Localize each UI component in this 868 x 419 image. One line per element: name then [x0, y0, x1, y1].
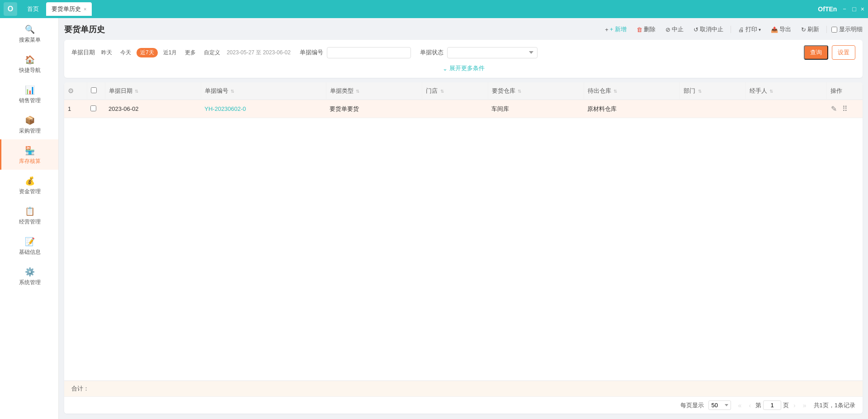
th-req-warehouse: 要货仓库 ⇅ — [488, 82, 584, 100]
show-detail-checkbox[interactable] — [831, 27, 837, 33]
table-header-row: ⚙ 单据日期 ⇅ 单据编号 ⇅ — [64, 82, 863, 100]
tab-active[interactable]: 要货单历史 × — [46, 2, 92, 16]
summary-row: 合计： — [64, 381, 863, 396]
row-checkbox[interactable] — [90, 105, 96, 111]
action-icons: ✎ ⠿ — [830, 104, 859, 114]
sort-icon: ⇅ — [356, 89, 359, 94]
sales-icon: 📊 — [25, 85, 35, 95]
page-input[interactable] — [763, 400, 781, 410]
toolbar-divider-2 — [826, 26, 827, 33]
sort-icon: ⇅ — [231, 89, 234, 94]
page-size-select[interactable]: 10 20 50 100 — [708, 400, 731, 410]
sidebar-item-operation[interactable]: 📋 经营管理 — [0, 200, 58, 230]
th-type: 单据类型 ⇅ — [326, 82, 422, 100]
sort-icon: ⇅ — [518, 89, 521, 94]
sort-icon: ⇅ — [135, 89, 138, 94]
table-wrapper[interactable]: ⚙ 单据日期 ⇅ 单据编号 ⇅ — [64, 82, 863, 381]
td-handler — [745, 100, 826, 118]
sidebar-item-finance[interactable]: 💰 资金管理 — [0, 170, 58, 200]
pagination-row: 每页显示 10 20 50 100 « ‹ 第 页 › » 共1页，1条记录 — [64, 396, 863, 414]
page-header: 要货单历史 + + 新增 🗑 删除 ⊘ 中止 ↺ 取消中止 — [64, 24, 863, 35]
minimize-icon[interactable]: － — [841, 5, 848, 13]
td-checkbox — [87, 100, 105, 118]
sidebar-item-label: 快捷导航 — [19, 67, 41, 74]
show-detail-checkbox-label[interactable]: 显示明细 — [831, 25, 863, 33]
toolbar: + + 新增 🗑 删除 ⊘ 中止 ↺ 取消中止 🖨 打 — [602, 24, 863, 35]
th-settings: ⚙ — [64, 82, 87, 100]
cancel-stop-button[interactable]: ↺ 取消中止 — [691, 24, 726, 35]
data-table: ⚙ 单据日期 ⇅ 单据编号 ⇅ — [64, 82, 863, 118]
inventory-icon: 🏪 — [25, 146, 35, 156]
status-select[interactable] — [447, 47, 538, 58]
sidebar-item-purchase[interactable]: 📦 采购管理 — [0, 109, 58, 139]
sort-icon: ⇅ — [440, 89, 444, 94]
query-button[interactable]: 查询 — [804, 45, 828, 60]
refresh-button[interactable]: ↻ 刷新 — [798, 24, 822, 35]
td-type: 要货单要货 — [326, 100, 422, 118]
date-today[interactable]: 今天 — [118, 48, 134, 57]
first-page-button[interactable]: « — [736, 401, 745, 410]
new-icon: + — [605, 26, 609, 33]
order-no-link[interactable]: YH-20230602-0 — [204, 105, 246, 112]
stop-button[interactable]: ⊘ 中止 — [663, 24, 686, 35]
date-more[interactable]: 更多 — [182, 48, 198, 57]
next-page-button[interactable]: › — [791, 401, 798, 410]
brand-text: OfTEn — [818, 5, 837, 13]
sidebar-item-system[interactable]: ⚙️ 系统管理 — [0, 261, 58, 291]
page-title: 要货单历史 — [64, 24, 105, 35]
th-dept: 部门 ⇅ — [680, 82, 745, 100]
select-all-checkbox[interactable] — [91, 87, 97, 93]
content-area: 要货单历史 + + 新增 🗑 删除 ⊘ 中止 ↺ 取消中止 — [59, 18, 868, 419]
table-row: 1 2023-06-02 YH-20230602-0 要货单要货 车间库 — [64, 100, 863, 118]
sidebar-item-label: 采购管理 — [19, 127, 41, 135]
sidebar-item-search[interactable]: 🔍 搜索菜单 — [0, 18, 58, 48]
settings-gear-icon[interactable]: ⚙ — [68, 87, 74, 95]
order-no-input[interactable] — [327, 47, 411, 58]
tab-home[interactable]: 首页 — [22, 2, 44, 16]
main-layout: 🔍 搜索菜单 🏠 快捷导航 📊 销售管理 📦 采购管理 🏪 库存核算 💰 资金管… — [0, 18, 868, 419]
td-store — [422, 100, 488, 118]
sort-icon: ⇅ — [698, 89, 702, 94]
toolbar-divider — [731, 26, 731, 33]
date-custom[interactable]: 自定义 — [201, 48, 223, 57]
refresh-icon: ↻ — [801, 26, 806, 33]
finance-icon: 💰 — [25, 176, 35, 186]
expand-icon: ⌄ — [443, 65, 448, 72]
th-handler: 经手人 ⇅ — [745, 82, 826, 100]
th-action: 操作 — [826, 82, 863, 100]
edit-icon[interactable]: ✎ — [830, 104, 838, 114]
window-close-icon[interactable]: × — [861, 5, 864, 13]
filter-row-1: 单据日期 昨天 今天 近7天 近1月 更多 自定义 2023-05-27 至 2… — [71, 45, 855, 60]
print-dropdown-icon: ▾ — [759, 27, 761, 32]
export-button[interactable]: 📤 导出 — [768, 24, 794, 35]
maximize-icon[interactable]: □ — [852, 5, 856, 13]
delete-icon: 🗑 — [637, 26, 642, 33]
settings-button[interactable]: 设置 — [832, 45, 855, 60]
delete-button[interactable]: 🗑 删除 — [634, 24, 658, 35]
prev-page-button[interactable]: ‹ — [746, 401, 754, 410]
tab-close-icon[interactable]: × — [84, 6, 86, 12]
th-no: 单据编号 ⇅ — [201, 82, 326, 100]
sort-icon: ⇅ — [613, 89, 617, 94]
expand-more-button[interactable]: ⌄ 展开更多条件 — [443, 64, 485, 72]
app-logo: O — [4, 2, 17, 16]
sidebar-item-inventory[interactable]: 🏪 库存核算 — [0, 139, 58, 170]
system-icon: ⚙️ — [25, 267, 35, 277]
date-1month[interactable]: 近1月 — [160, 48, 180, 57]
page-nav: « ‹ 第 页 › » — [736, 400, 809, 410]
date-yesterday[interactable]: 昨天 — [99, 48, 115, 57]
sidebar-item-sales[interactable]: 📊 销售管理 — [0, 79, 58, 109]
filter-card: 单据日期 昨天 今天 近7天 近1月 更多 自定义 2023-05-27 至 2… — [64, 40, 863, 78]
print-button[interactable]: 🖨 打印 ▾ — [736, 24, 764, 35]
more-icon[interactable]: ⠿ — [841, 104, 849, 114]
sidebar-item-quick-nav[interactable]: 🏠 快捷导航 — [0, 48, 58, 79]
top-bar: O 首页 要货单历史 × OfTEn － □ × — [0, 0, 868, 18]
last-page-button[interactable]: » — [800, 401, 809, 410]
date-7days[interactable]: 近7天 — [137, 48, 158, 57]
search-icon: 🔍 — [25, 24, 35, 34]
new-button[interactable]: + + 新增 — [602, 24, 629, 35]
sidebar-item-basic[interactable]: 📝 基础信息 — [0, 230, 58, 261]
th-store: 门店 ⇅ — [422, 82, 488, 100]
sidebar-item-label: 库存核算 — [19, 157, 41, 165]
cancel-stop-icon: ↺ — [693, 26, 698, 33]
